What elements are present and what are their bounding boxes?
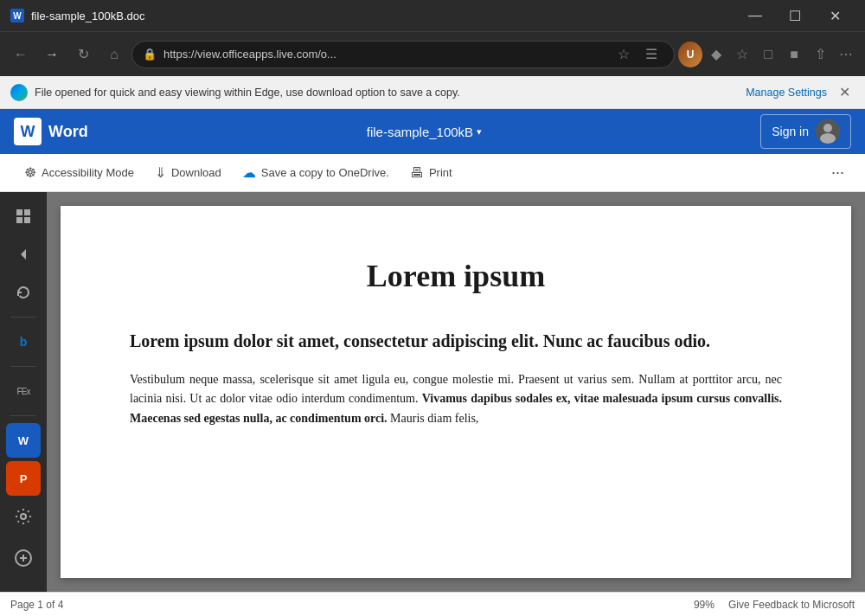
svg-point-1 [823, 124, 832, 132]
sidebar-item-word[interactable]: W [6, 423, 41, 458]
refresh-button[interactable]: ↻ [69, 41, 97, 68]
titlebar-left: W file-sample_100kB.doc [10, 9, 145, 22]
signin-label: Sign in [772, 125, 809, 138]
avatar-icon [816, 119, 840, 144]
close-button[interactable]: ✕ [815, 0, 855, 31]
extensions-icon[interactable]: ◆ [704, 42, 728, 67]
document-area[interactable]: Lorem ipsum Lorem ipsum dolor sit amet, … [47, 192, 865, 592]
sidebar-divider-1 [10, 317, 36, 318]
edge-logo [10, 84, 28, 101]
address-box[interactable]: 🔒 https://view.officeapps.live.com/o... … [131, 41, 675, 68]
shield-icon[interactable]: ■ [782, 42, 806, 67]
feedback-link[interactable]: Give Feedback to Microsoft [728, 599, 855, 611]
svg-rect-3 [16, 209, 22, 215]
word-header-center: file-sample_100kB ▾ [88, 119, 761, 144]
collection-icon[interactable]: □ [756, 42, 780, 67]
svg-point-7 [21, 514, 26, 519]
svg-rect-4 [24, 209, 30, 215]
download-button[interactable]: ⇓ Download [144, 159, 232, 186]
accessibility-mode-button[interactable]: ☸ Accessibility Mode [14, 159, 144, 186]
lock-icon: 🔒 [143, 48, 157, 61]
sidebar-divider-2 [10, 366, 36, 367]
word-app-name: Word [48, 123, 88, 141]
page-info: Page 1 of 4 [10, 599, 63, 611]
star-icon[interactable]: ☆ [612, 42, 636, 67]
home-button[interactable]: ⌂ [100, 41, 128, 68]
onedrive-icon: ☁ [242, 164, 256, 181]
settings-icon[interactable]: ⋯ [834, 42, 858, 67]
sidebar-item-bing[interactable]: b [6, 324, 41, 359]
titlebar: W file-sample_100kB.doc — ☐ ✕ [0, 0, 865, 31]
sidebar-item-settings[interactable] [6, 499, 41, 534]
sidebar-item-back[interactable] [6, 237, 41, 272]
manage-settings-link[interactable]: Manage Settings [746, 87, 827, 99]
file-name-button[interactable]: file-sample_100kB ▾ [358, 119, 490, 144]
address-text: https://view.officeapps.live.com/o... [163, 48, 605, 61]
word-logo: W Word [14, 118, 88, 145]
minimize-button[interactable]: — [735, 0, 775, 31]
document-page: Lorem ipsum Lorem ipsum dolor sit amet, … [61, 206, 851, 578]
word-header: W Word file-sample_100kB ▾ Sign in [0, 109, 865, 154]
statusbar: Page 1 of 4 99% Give Feedback to Microso… [0, 592, 865, 616]
word-header-right: Sign in [760, 114, 851, 149]
sidebar-item-add[interactable] [6, 541, 41, 575]
file-name-text: file-sample_100kB [367, 125, 473, 139]
share-icon[interactable]: ⇧ [808, 42, 832, 67]
accessibility-icon: ☸ [24, 164, 36, 181]
sidebar-item-powerpoint[interactable]: P [6, 461, 41, 496]
word-app-icon: W [14, 118, 42, 145]
titlebar-controls: — ☐ ✕ [735, 0, 855, 31]
word-toolbar: ☸ Accessibility Mode ⇓ Download ☁ Save a… [0, 154, 865, 192]
svg-rect-6 [24, 217, 30, 223]
print-button[interactable]: 🖶 Print [400, 160, 463, 186]
word-letter: W [21, 123, 35, 141]
svg-rect-5 [16, 217, 22, 223]
infobar: File opened for quick and easy viewing w… [0, 76, 865, 109]
statusbar-right: 99% Give Feedback to Microsoft [694, 599, 855, 611]
sign-in-button[interactable]: Sign in [760, 114, 851, 149]
document-body: Vestibulum neque massa, scelerisque sit … [130, 370, 782, 428]
zoom-level: 99% [694, 599, 714, 611]
accessibility-label: Accessibility Mode [42, 166, 134, 179]
toolbar-more-button[interactable]: ··· [824, 158, 851, 187]
addressbar: ← → ↻ ⌂ 🔒 https://view.officeapps.live.c… [0, 31, 865, 76]
avatar: U [678, 42, 702, 67]
browser-toolbar-right: U ◆ ☆ □ ■ ⇧ ⋯ [678, 42, 858, 67]
favorites-icon[interactable]: ☆ [730, 42, 754, 67]
onedrive-label: Save a copy to OneDrive. [261, 166, 389, 179]
back-button[interactable]: ← [7, 41, 35, 68]
document-heading: Lorem ipsum dolor sit amet, consectetur … [130, 329, 782, 353]
main-area: b FEx W P Lorem ipsum Lorem ipsum dolor … [0, 192, 865, 592]
sidebar: b FEx W P [0, 192, 47, 592]
profile-icon[interactable]: U [678, 42, 702, 67]
sidebar-divider-3 [10, 415, 36, 416]
titlebar-title: file-sample_100kB.doc [31, 10, 145, 22]
word-favicon: W [10, 9, 24, 22]
sidebar-item-refresh[interactable] [6, 275, 41, 310]
maximize-button[interactable]: ☐ [775, 0, 815, 31]
download-icon: ⇓ [155, 164, 166, 181]
print-label: Print [429, 166, 452, 179]
filename-chevron-icon: ▾ [477, 126, 482, 138]
sidebar-item-fex[interactable]: FEx [6, 374, 41, 408]
infobar-message: File opened for quick and easy viewing w… [35, 87, 739, 99]
reader-icon[interactable]: ☰ [639, 42, 663, 67]
download-label: Download [171, 166, 221, 179]
document-title: Lorem ipsum [130, 258, 782, 294]
address-icons: ☆ ☰ [612, 42, 663, 67]
print-icon: 🖶 [410, 165, 424, 181]
forward-button[interactable]: → [38, 41, 66, 68]
body-text-end: Mauris diam felis, [388, 412, 479, 425]
sidebar-item-collection[interactable] [6, 199, 41, 234]
svg-point-2 [820, 133, 836, 144]
infobar-close-button[interactable]: ✕ [834, 82, 855, 103]
save-to-onedrive-button[interactable]: ☁ Save a copy to OneDrive. [232, 159, 400, 186]
